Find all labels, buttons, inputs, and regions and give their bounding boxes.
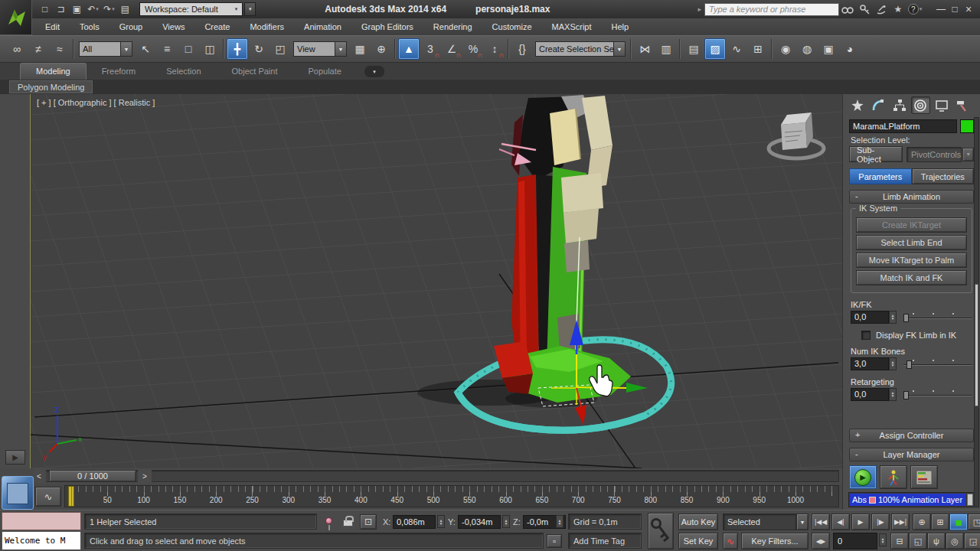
play-animation-button[interactable]: ▶ (851, 514, 870, 530)
select-and-move-button[interactable]: ╋ (227, 38, 248, 60)
help-button[interactable]: ? ▾ (906, 2, 923, 16)
sub-object-button[interactable]: Sub-Object (849, 146, 903, 162)
ribbon-tab-freeform[interactable]: Freeform (87, 64, 152, 80)
material-editor-button[interactable]: ◉ (775, 38, 796, 60)
sub-object-level-dropdown[interactable]: PivotControls (906, 147, 962, 162)
tab-hierarchy[interactable] (890, 96, 910, 114)
zoom-all-button[interactable]: ⊞ (931, 514, 949, 530)
set-keys-button[interactable] (648, 513, 674, 549)
add-time-tag[interactable]: Add Time Tag (568, 533, 642, 549)
orbit-button[interactable]: ◎ (946, 533, 964, 549)
menu-graph-editors[interactable]: Graph Editors (351, 18, 423, 35)
ikfk-slider[interactable] (902, 311, 974, 324)
y-coordinate-spinner[interactable]: ▲▼ (502, 515, 510, 528)
menu-edit[interactable]: Edit (35, 18, 70, 35)
search-button[interactable] (839, 2, 856, 16)
pan-view-button[interactable]: ψ (927, 533, 946, 549)
ribbon-minimize-button[interactable]: ▾ (364, 66, 384, 77)
selection-lock-icon[interactable] (343, 520, 353, 527)
unlink-selection-button[interactable]: ≠ (28, 38, 49, 60)
slider-handle[interactable] (906, 360, 912, 369)
align-button[interactable]: ▥ (655, 38, 677, 60)
x-coordinate-spinner[interactable]: ▲▼ (437, 515, 445, 528)
previous-key-button[interactable]: < (32, 470, 46, 482)
menu-animation[interactable]: Animation (294, 18, 351, 35)
zoom-extents-all-button[interactable]: ◳ (968, 514, 980, 530)
bind-to-space-warp-button[interactable]: ≈ (49, 38, 70, 60)
angle-snap-toggle[interactable]: ∠∩ (441, 38, 462, 60)
track-bar-ruler[interactable]: 0501001502002503003504004505005506006507… (64, 485, 839, 507)
menu-group[interactable]: Group (109, 18, 153, 35)
layer-list-scrollbar[interactable] (967, 494, 973, 506)
time-slider-handle[interactable]: 0 / 1000 (49, 470, 136, 482)
set-key-button[interactable]: Set Key (678, 533, 718, 549)
retargeting-spinner[interactable]: ▲▼ (889, 388, 897, 401)
edit-named-selection-sets-button[interactable]: {} (511, 38, 533, 60)
zoom-extents-selected-button[interactable]: ◼ (949, 514, 968, 530)
restore-button[interactable]: □ (948, 2, 962, 16)
named-selection-sets-dropdown[interactable]: Create Selection Set▼ (535, 41, 626, 57)
layer-row-selected[interactable]: Abs 100% Animation Layer (850, 494, 965, 506)
default-in-out-tangents-button[interactable]: ∿ (723, 533, 738, 549)
sign-in-button[interactable] (856, 2, 873, 16)
select-and-manipulate-button[interactable]: ⊕ (371, 38, 392, 60)
button-match-ik-and-fk[interactable]: Match IK and FK (856, 270, 967, 285)
selection-set-dropdown[interactable]: Selected ▼ (723, 514, 808, 530)
undo-button[interactable]: ↶▾ (87, 2, 100, 16)
expand-arrow-button[interactable]: ▶ (5, 450, 25, 465)
viewport-label[interactable]: [ + ] [ Orthographic ] [ Realistic ] (37, 98, 155, 107)
cat-rig-button[interactable] (880, 465, 907, 489)
tab-motion[interactable] (911, 96, 931, 114)
y-coordinate-field[interactable]: -0,034m (458, 515, 501, 529)
previous-frame-button[interactable]: ◀| (831, 514, 850, 530)
minimize-button[interactable]: — (934, 2, 948, 16)
layer-manager-button[interactable]: ▤ (683, 38, 704, 60)
layer-list-button[interactable] (910, 465, 938, 489)
absolute-offset-mode-button[interactable]: ⊡ (360, 514, 377, 530)
time-tag-icon[interactable]: ▫ (547, 534, 562, 548)
new-scene-button[interactable]: □ (38, 2, 51, 16)
select-by-name-button[interactable]: ≡ (156, 38, 178, 60)
tab-modify[interactable] (869, 96, 889, 114)
render-setup-button[interactable]: ◍ (796, 38, 818, 60)
maximize-viewport-toggle[interactable]: ◲ (964, 533, 980, 549)
button-select-limb-end[interactable]: Select Limb End (856, 235, 967, 250)
maxscript-mini-listener-macro[interactable] (2, 512, 81, 530)
close-button[interactable]: × (962, 2, 975, 16)
tab-create[interactable] (848, 96, 867, 114)
rectangular-selection-region-button[interactable]: □ (178, 38, 199, 60)
percent-snap-toggle[interactable]: %∩ (462, 38, 484, 60)
menu-customize[interactable]: Customize (482, 18, 542, 35)
retargeting-slider[interactable] (902, 388, 974, 401)
favorites-button[interactable]: ★ (890, 2, 906, 16)
reference-coordinate-system-dropdown[interactable]: View▼ (293, 41, 347, 57)
save-file-button[interactable]: ▣ (70, 2, 83, 16)
animation-layer-active-button[interactable]: ▶ (849, 465, 877, 489)
rollout-layer-manager[interactable]: - Layer Manager (849, 448, 974, 461)
maxscript-mini-listener[interactable]: Welcome to M (2, 531, 81, 550)
ribbon-tab-selection[interactable]: Selection (151, 64, 216, 80)
search-flyout-icon[interactable]: ▸ (697, 5, 701, 13)
menu-modifiers[interactable]: Modifiers (240, 18, 294, 35)
num-ik-bones-spinner[interactable]: ▲▼ (889, 357, 897, 370)
object-color-swatch[interactable] (960, 119, 974, 133)
go-to-end-button[interactable]: ▶▶| (891, 514, 910, 530)
workspace-selector[interactable]: Workspace: Default ▾ (139, 2, 243, 16)
chevron-down-icon[interactable]: ▼ (796, 514, 808, 530)
open-file-button[interactable]: ⊐ (54, 2, 67, 16)
isolate-selection-icon[interactable] (325, 517, 332, 524)
spinner-snap-toggle[interactable]: ↕∩ (484, 38, 505, 60)
frame-spinner[interactable]: ▲▼ (879, 533, 887, 546)
go-to-start-button[interactable]: |◀◀ (812, 514, 830, 530)
slider-handle[interactable] (903, 391, 909, 399)
search-input[interactable]: Type a keyword or phrase (704, 3, 839, 16)
docked-listener-button[interactable] (2, 476, 34, 510)
next-key-button[interactable]: > (138, 470, 152, 482)
project-folder-button[interactable]: ▤ (119, 2, 132, 16)
rollout-limb-animation[interactable]: - Limb Animation (849, 190, 974, 204)
sub-object-level-dropdown-button[interactable]: ▼ (962, 148, 974, 161)
snaps-toggle[interactable]: 3∩ (420, 38, 441, 60)
scrollbar-thumb[interactable] (975, 284, 978, 406)
keyboard-shortcut-override-toggle[interactable]: ▲ (398, 38, 420, 60)
mirror-button[interactable]: ⋈ (634, 38, 655, 60)
